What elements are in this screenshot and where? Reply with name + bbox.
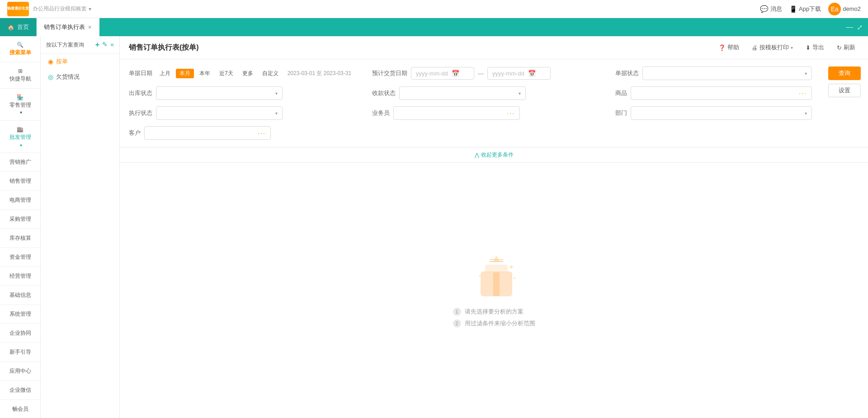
filter-row-2: 出库状态 ▾ 收款状态 ▾ [129, 86, 812, 100]
edit-scheme-button[interactable]: ✎ [102, 41, 108, 49]
date-tab-7days[interactable]: 近7天 [216, 69, 237, 78]
date-tab-year[interactable]: 本年 [196, 69, 214, 78]
doc-status-arrow-icon: ▾ [805, 71, 807, 76]
dept-arrow-icon: ▾ [805, 111, 807, 116]
sidebar-item-newbie[interactable]: 新手引导 [0, 343, 40, 362]
left-panel-item-debt[interactable]: ◎ 欠货情况 [41, 69, 119, 85]
out-status-select[interactable]: ▾ [156, 86, 283, 100]
collapse-icon: ⋀ [475, 152, 479, 158]
settings-button[interactable]: 设置 [828, 84, 861, 97]
filter-panel: 单据日期 上月 本月 本年 近7天 更多 自定义 2023-03-01 至 20… [120, 59, 821, 147]
doc-status-select[interactable]: ▾ [642, 66, 812, 80]
sidebar-item-enterprise[interactable]: 企业协同 [0, 324, 40, 343]
filter-goods-cell: 商品 ··· [615, 86, 812, 100]
retail-icon: 🏪 [17, 94, 24, 100]
tabbar: 🏠 首页 销售订单执行表 ✕ — ⤢ [0, 18, 868, 36]
sidebar-item-member[interactable]: 畅会员 [0, 400, 40, 418]
sidebar-item-retail[interactable]: 🏪 零售管理 ▾ [0, 89, 40, 121]
receipt-status-arrow-icon: ▾ [519, 91, 521, 96]
goods-label: 商品 [615, 89, 627, 97]
filter-receipt-status-cell: 收款状态 ▾ [372, 86, 608, 100]
expand-arrow-icon2: ▴ [20, 142, 22, 147]
date-tab-more[interactable]: 更多 [239, 69, 257, 78]
message-icon: 💬 [760, 5, 769, 13]
app-download-button[interactable]: 📱 App下载 [789, 5, 821, 13]
nav-icon: ⊞ [18, 68, 23, 74]
refresh-icon: ↻ [837, 44, 842, 51]
salesman-dots-icon[interactable]: ··· [507, 109, 515, 117]
export-button[interactable]: ⬇ 导出 [802, 42, 828, 53]
sidebar-item-inventory[interactable]: 库存核算 [0, 229, 40, 248]
doc-status-label: 单据状态 [615, 69, 639, 77]
tab-close-icon[interactable]: ✕ [88, 24, 92, 30]
salesman-input[interactable]: ··· [393, 106, 520, 120]
filter-area: 单据日期 上月 本月 本年 近7天 更多 自定义 2023-03-01 至 20… [120, 59, 868, 147]
empty-state: 1 请先选择要分析的方案 2 用过滤条件来缩小分析范围 [120, 163, 868, 418]
app-logo: 畅捷通好生意 [7, 2, 29, 16]
topbar: 畅捷通好生意 办公用品行业模拟账套 ▾ 💬 消息 📱 App下载 Ea demo… [0, 0, 868, 18]
refresh-button[interactable]: ↻ 刷新 [833, 42, 859, 53]
dept-select[interactable]: ▾ [631, 106, 812, 120]
tab-sales-order[interactable]: 销售订单执行表 ✕ [37, 18, 99, 36]
out-status-label: 出库状态 [129, 89, 152, 97]
add-scheme-button[interactable]: + [95, 41, 99, 49]
date-dash: — [478, 70, 484, 77]
sidebar-item-operations[interactable]: 经营管理 [0, 267, 40, 286]
collapse-bar[interactable]: ⋀ 收起更多条件 [120, 147, 868, 163]
sidebar-item-ecommerce[interactable]: 电商管理 [0, 191, 40, 210]
user-menu[interactable]: Ea demo2 [828, 3, 861, 15]
customer-dots-icon[interactable]: ··· [258, 129, 266, 137]
date-tab-current-month[interactable]: 本月 [176, 69, 194, 78]
exec-status-select[interactable]: ▾ [156, 106, 283, 120]
tab-minimize-button[interactable]: — [846, 23, 853, 31]
sidebar-item-sales[interactable]: 销售管理 [0, 172, 40, 191]
sidebar-search[interactable]: 🔍 搜索菜单 [0, 36, 40, 62]
message-button[interactable]: 💬 消息 [760, 5, 782, 13]
empty-step-2: 2 用过滤条件来缩小分析范围 [453, 319, 535, 328]
sidebar-item-wechat[interactable]: 企业微信 [0, 381, 40, 400]
print-icon: 🖨 [752, 44, 758, 51]
date-tab-custom[interactable]: 自定义 [259, 69, 282, 78]
left-panel-header: 按以下方案查询 + ✎ « [41, 36, 119, 54]
sidebar-item-system[interactable]: 系统管理 [0, 305, 40, 324]
help-button[interactable]: ❓ 帮助 [715, 42, 743, 53]
home-icon: 🏠 [7, 24, 14, 31]
exec-status-arrow-icon: ▾ [275, 111, 278, 116]
sidebar-quick-nav[interactable]: ⊞ 快捷导航 [0, 62, 40, 89]
receipt-status-select[interactable]: ▾ [399, 86, 526, 100]
customer-input[interactable]: ··· [144, 126, 271, 140]
sidebar-item-finance[interactable]: 资金管理 [0, 248, 40, 267]
collapse-panel-button[interactable]: « [110, 41, 114, 49]
dept-label: 部门 [615, 109, 627, 117]
export-icon: ⬇ [806, 44, 811, 51]
tab-expand-button[interactable]: ⤢ [857, 23, 863, 32]
sidebar-item-wholesale[interactable]: 🏬 批发管理 ▴ [0, 121, 40, 153]
tab-home[interactable]: 🏠 首页 [0, 18, 37, 36]
goods-dots-icon[interactable]: ··· [799, 90, 807, 97]
sidebar-item-apps[interactable]: 应用中心 [0, 362, 40, 381]
print-button[interactable]: 🖨 按模板打印 ▾ [748, 42, 797, 53]
svg-point-5 [510, 266, 513, 268]
expected-date-start[interactable]: yyyy-mm-dd 📅 [411, 67, 474, 80]
avatar: Ea [828, 3, 841, 15]
tab-actions: — ⤢ [840, 23, 868, 32]
filter-dept-cell: 部门 ▾ [615, 106, 812, 120]
sidebar-item-marketing[interactable]: 营销推广 [0, 153, 40, 172]
sidebar-item-basic[interactable]: 基础信息 [0, 286, 40, 305]
content-area: 销售订单执行表(按单) ❓ 帮助 🖨 按模板打印 ▾ ⬇ 导出 ↻ 刷新 [120, 36, 868, 418]
svg-rect-1 [485, 265, 508, 273]
customer-label: 客户 [129, 129, 141, 137]
query-button[interactable]: 查询 [828, 66, 861, 80]
left-panel-item-order[interactable]: ◉ 按单 [41, 54, 119, 69]
debt-icon: ◎ [48, 73, 53, 81]
exec-status-label: 执行状态 [129, 109, 152, 117]
sidebar-item-purchase[interactable]: 采购管理 [0, 210, 40, 229]
filter-row-3: 执行状态 ▾ 业务员 ··· [129, 106, 812, 120]
breadcrumb[interactable]: 办公用品行业模拟账套 ▾ [33, 5, 91, 13]
date-tab-prev-month[interactable]: 上月 [156, 69, 174, 78]
expected-date-end[interactable]: yyyy-mm-dd 📅 [487, 67, 551, 80]
empty-step-1: 1 请先选择要分析的方案 [453, 308, 535, 316]
goods-input[interactable]: ··· [631, 86, 812, 100]
filter-date-cell: 单据日期 上月 本月 本年 近7天 更多 自定义 2023-03-01 至 20… [129, 69, 365, 78]
filter-row-1: 单据日期 上月 本月 本年 近7天 更多 自定义 2023-03-01 至 20… [129, 66, 812, 80]
